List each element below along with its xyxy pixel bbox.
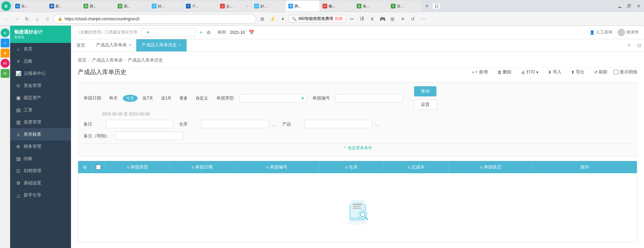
import-btn[interactable]: ⬇ 导入 bbox=[545, 68, 565, 76]
maximize-window-btn[interactable]: 🗗 bbox=[625, 2, 633, 10]
breadcrumb-parent[interactable]: 产成品入库单表 bbox=[92, 57, 123, 63]
collapse-btn[interactable]: ⌃ 收起更多条件 bbox=[84, 143, 631, 152]
sidebar-item-inventory[interactable]: ⌂ 库存核算 bbox=[10, 128, 71, 140]
detail-remark-input[interactable] bbox=[115, 132, 183, 140]
th-gear[interactable]: ⚙ bbox=[78, 163, 92, 172]
new-btn[interactable]: + + 新增 bbox=[468, 68, 491, 76]
delete-btn[interactable]: 🗑 删除 bbox=[494, 68, 515, 76]
remark-input[interactable] bbox=[106, 120, 173, 128]
number-input[interactable] bbox=[335, 94, 403, 103]
brightness-btn[interactable]: ☀ bbox=[399, 15, 407, 23]
set-button[interactable]: 设置 bbox=[414, 99, 437, 110]
page-tab-2-close-btn[interactable]: × bbox=[179, 43, 181, 47]
app-icon-3[interactable]: ★ bbox=[1, 49, 9, 58]
company-dropdown[interactable]: ▾ bbox=[141, 28, 195, 37]
back-button[interactable]: ← bbox=[3, 15, 11, 23]
th-date[interactable]: ⇅ 单据日期 bbox=[170, 162, 235, 172]
warehouse-input[interactable] bbox=[201, 120, 269, 128]
sidebar-item-archive[interactable]: ⊡ 归档管理 bbox=[10, 165, 71, 177]
tab-7-close-btn[interactable]: × bbox=[245, 4, 248, 9]
sidebar-item-basic[interactable]: ⚙ 基础设置 bbox=[10, 177, 71, 189]
show-cols-checkbox[interactable]: 显示明细 bbox=[614, 69, 637, 75]
date-btn-today[interactable]: 今天 bbox=[123, 95, 138, 102]
user-service-btn[interactable]: 👤 人工咨询 bbox=[590, 29, 612, 35]
app-icon-4[interactable]: W bbox=[1, 59, 9, 68]
menu-btn[interactable]: ⋯ bbox=[419, 15, 427, 23]
sidebar-item-invoice[interactable]: ▥ 发票管理 bbox=[10, 116, 71, 128]
app-icon-2[interactable]: + bbox=[1, 39, 9, 47]
warehouse-dots-btn[interactable]: ... bbox=[270, 121, 277, 127]
grid-btn[interactable]: ⊞ bbox=[388, 15, 397, 23]
dropdown-button[interactable]: ▾ bbox=[279, 15, 287, 23]
extensions-button[interactable]: ⊞ bbox=[258, 15, 266, 23]
browser-tab-12[interactable]: S 目... bbox=[388, 1, 422, 12]
search-bar[interactable]: 🔍 360智能抠图免费用 热搜 bbox=[289, 15, 346, 23]
browser-tab-5[interactable]: 好 好... bbox=[149, 1, 183, 12]
query-button[interactable]: 查询 bbox=[414, 86, 436, 96]
bookmark-button[interactable]: ☆ bbox=[43, 15, 51, 23]
th-type[interactable]: ⇅ 单据类型 bbox=[105, 162, 170, 172]
sidebar-item-closing[interactable]: ▧ 结账 bbox=[10, 153, 71, 165]
sidebar-item-reports[interactable]: 📊 云报表中心 bbox=[10, 67, 71, 80]
sidebar-item-more[interactable]: △ 新手引导 bbox=[10, 189, 71, 201]
url-bar[interactable]: 🔒 https://cloud.chanjet.com/accounting/u… bbox=[53, 14, 256, 24]
browser-tab-4[interactable]: 易 易... bbox=[115, 1, 149, 12]
sidebar-item-ledger[interactable]: ≡ 总账 bbox=[10, 55, 71, 67]
add-company-btn[interactable]: + bbox=[199, 29, 202, 36]
undo-btn[interactable]: ↺ bbox=[409, 15, 417, 23]
translate-btn[interactable]: 译 bbox=[358, 15, 366, 23]
export-btn[interactable]: ⬆ 导出 bbox=[568, 68, 588, 76]
game-btn[interactable]: 🎮 bbox=[378, 15, 386, 23]
app-logo-icon[interactable]: e bbox=[1, 1, 11, 11]
browser-tab-1[interactable]: 在 在... bbox=[13, 1, 46, 12]
th-check[interactable] bbox=[92, 163, 105, 172]
scissors-btn[interactable]: ✂ bbox=[348, 15, 356, 23]
page-tab-home[interactable]: 首页 bbox=[71, 40, 91, 51]
new-tab-button[interactable]: + bbox=[422, 1, 432, 11]
page-tab-2[interactable]: 产成品入库单历史 × bbox=[136, 39, 186, 51]
forward-button[interactable]: → bbox=[13, 15, 21, 23]
date-btn-yesterday[interactable]: 昨天 bbox=[106, 94, 121, 102]
page-tab-1-close-btn[interactable]: × bbox=[129, 43, 131, 47]
product-input[interactable] bbox=[305, 120, 372, 128]
browser-tab-2[interactable]: 新 新... bbox=[47, 1, 80, 12]
app-icon-1[interactable]: e bbox=[1, 28, 9, 37]
sidebar-item-assets[interactable]: ▣ 固定资产 bbox=[10, 92, 71, 104]
yen-btn[interactable]: ¥ bbox=[368, 15, 376, 23]
panel-close-btn[interactable]: × bbox=[623, 42, 635, 48]
date-btn-more[interactable]: 更多 bbox=[176, 94, 191, 102]
date-btn-1month[interactable]: 近1月 bbox=[158, 94, 175, 102]
browser-tab-3[interactable]: 易 易... bbox=[81, 1, 115, 12]
browser-tab-10[interactable]: M 畅... bbox=[320, 1, 354, 12]
refresh-btn[interactable]: ↺ 刷新 bbox=[591, 68, 611, 76]
calendar-icon[interactable]: 📅 bbox=[249, 30, 254, 35]
date-btn-custom[interactable]: 自定义 bbox=[193, 94, 211, 102]
settings-btn[interactable]: ⚙ bbox=[207, 30, 211, 35]
th-warehouse[interactable]: ⇅ 仓库 bbox=[319, 162, 384, 172]
browser-tab-11[interactable]: 各 各... bbox=[354, 1, 388, 12]
home-browser-button[interactable]: ⌂ bbox=[33, 15, 41, 23]
restore-window-btn[interactable]: 🗕 bbox=[616, 2, 624, 10]
th-cost[interactable]: ⇅ 总成本 bbox=[384, 162, 449, 172]
browser-tab-8[interactable]: 好 好... bbox=[252, 1, 285, 12]
refresh-browser-button[interactable]: ↻ bbox=[23, 15, 31, 23]
show-cols-input[interactable] bbox=[614, 70, 618, 74]
select-all-checkbox[interactable] bbox=[96, 165, 101, 170]
browser-tab-6[interactable]: 个 个... bbox=[183, 1, 217, 12]
panel-expand-btn[interactable]: ⊟ bbox=[635, 43, 644, 48]
breadcrumb-home[interactable]: 首页 bbox=[78, 57, 87, 63]
th-status[interactable]: ⇅ 单据状态 bbox=[449, 162, 533, 172]
sidebar-item-funds[interactable]: ⊙ 资金管理 bbox=[10, 80, 71, 92]
browser-tab-9[interactable]: 腾 腾... bbox=[286, 1, 319, 12]
page-tab-1[interactable]: 产成品入库单表 × bbox=[91, 39, 136, 51]
date-btn-7days[interactable]: 近7天 bbox=[140, 94, 156, 102]
browser-tab-7[interactable]: 企 企... × bbox=[217, 1, 251, 12]
app-icon-5[interactable]: ✉ bbox=[1, 69, 9, 78]
th-number[interactable]: ⇅ 单据编号 bbox=[235, 162, 319, 172]
close-window-btn[interactable]: ✕ bbox=[635, 2, 643, 10]
lightning-button[interactable]: ⚡ bbox=[268, 15, 277, 23]
sidebar-item-payroll[interactable]: ▤ 工资 bbox=[10, 104, 71, 116]
sidebar-item-home[interactable]: ⌂ 首页 bbox=[10, 43, 71, 55]
user-avatar[interactable]: 徐泽华 bbox=[618, 29, 639, 36]
sidebar-item-tax[interactable]: ⊛ 税务管理 bbox=[10, 140, 71, 153]
